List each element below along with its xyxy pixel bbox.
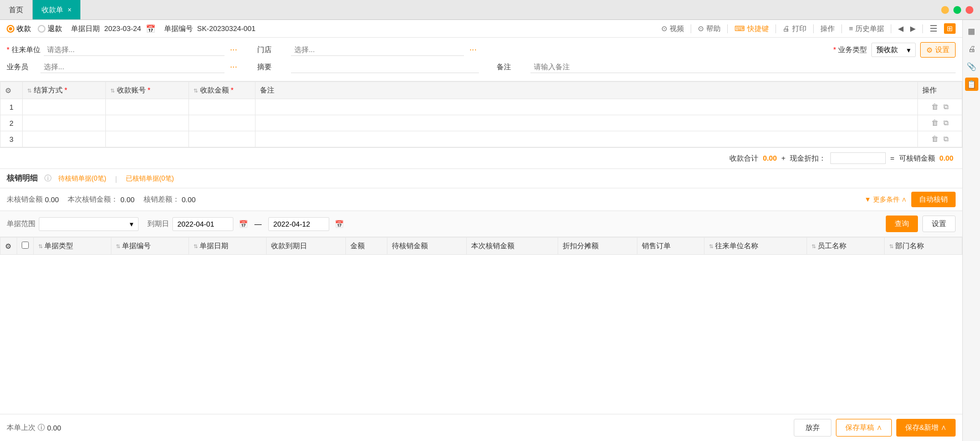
- table-gear-header[interactable]: ⚙: [1, 82, 23, 99]
- calendar-to-icon[interactable]: 📅: [335, 220, 344, 228]
- verify-checkbox-header[interactable]: [17, 238, 34, 255]
- row-note-2[interactable]: [256, 115, 918, 131]
- radio-receipt[interactable]: 收款: [7, 24, 31, 34]
- nav-prev-icon[interactable]: ◀: [898, 24, 904, 33]
- store-field: 门店 ···: [257, 44, 479, 56]
- verify-gear-icon[interactable]: ⚙: [5, 242, 12, 250]
- verify-select-all[interactable]: [22, 242, 29, 249]
- staff-input[interactable]: [40, 61, 224, 73]
- doc-number-group: 单据编号 SK-20230324-001: [164, 24, 256, 34]
- summary-input[interactable]: [291, 61, 479, 73]
- row-action-2: 🗑 ⧉: [918, 115, 962, 131]
- grid-view-icon[interactable]: ⊞: [944, 23, 956, 34]
- doc-date-value[interactable]: 2023-03-24: [104, 24, 141, 33]
- bottom-value: 0.00: [47, 424, 61, 432]
- more-conditions-button[interactable]: ▼ 更多条件 ∧: [864, 195, 907, 204]
- row-settle-3[interactable]: [23, 131, 106, 147]
- verify-gear-header[interactable]: ⚙: [1, 238, 17, 255]
- nav-next-icon[interactable]: ▶: [910, 24, 916, 33]
- table-row: 2 🗑 ⧉: [1, 115, 962, 131]
- unchecked-value: 0.00: [45, 196, 59, 204]
- row-settle-1[interactable]: [23, 99, 106, 115]
- window-minimize-button[interactable]: [941, 6, 949, 14]
- list-view-icon[interactable]: ☰: [930, 23, 937, 34]
- calendar-icon[interactable]: 📅: [146, 24, 155, 33]
- radio-refund-label: 退款: [48, 24, 62, 34]
- divider7: [922, 24, 923, 33]
- verify-pending-tab[interactable]: 待核销单据(0笔): [58, 174, 106, 183]
- verifiable-value: 0.00: [940, 154, 953, 162]
- verify-table-container: ⚙ ⇅ 单据类型 ⇅ 单据编号: [0, 237, 962, 414]
- due-date-field: 到期日 📅 — 📅: [147, 217, 344, 231]
- shortcut-button[interactable]: ⌨ 快捷键: [734, 24, 769, 34]
- operation-button[interactable]: 操作: [820, 24, 835, 34]
- col-action-header: 操作: [918, 82, 962, 99]
- row-copy-icon-2[interactable]: ⧉: [943, 119, 948, 127]
- history-button[interactable]: ≡ 历史单据: [849, 24, 884, 34]
- counterparty-input[interactable]: [44, 44, 224, 56]
- verify-done-tab[interactable]: 已核销单据(0笔): [126, 174, 174, 183]
- verify-info-icon[interactable]: ⓘ: [44, 173, 52, 183]
- row-account-1[interactable]: [106, 99, 189, 115]
- diff-value: 0.00: [182, 196, 196, 204]
- video-icon: ⊙: [661, 24, 667, 33]
- calendar-from-icon[interactable]: 📅: [239, 220, 248, 228]
- verify-actions: ▼ 更多条件 ∧ 自动核销: [864, 192, 956, 207]
- row-delete-icon-1[interactable]: 🗑: [931, 102, 938, 111]
- sidebar-clip-icon[interactable]: 📋: [965, 78, 978, 91]
- remark-input[interactable]: [530, 61, 956, 73]
- row-amount-2[interactable]: [189, 115, 256, 131]
- video-label: 视频: [670, 24, 684, 34]
- row-copy-icon-1[interactable]: ⧉: [943, 102, 948, 111]
- business-type-label: * 业务类型: [833, 45, 867, 55]
- window-close-button[interactable]: [966, 6, 973, 14]
- bottom-info-icon[interactable]: ⓘ: [38, 423, 45, 433]
- tab-active[interactable]: 收款单 ×: [33, 0, 80, 19]
- help-button[interactable]: ⊙ 帮助: [698, 24, 721, 34]
- row-account-2[interactable]: [106, 115, 189, 131]
- sidebar-print-icon[interactable]: 🖨: [965, 42, 978, 55]
- tab-bar: 首页 收款单 ×: [0, 0, 980, 20]
- due-date-from[interactable]: [172, 217, 233, 231]
- print-label: 打印: [792, 24, 807, 34]
- settings-button[interactable]: ⚙ 设置: [920, 42, 956, 58]
- store-more-button[interactable]: ···: [467, 45, 479, 55]
- counterparty-more-button[interactable]: ···: [228, 45, 239, 55]
- settings-label: 设置: [935, 45, 950, 55]
- window-maximize-button[interactable]: [953, 6, 961, 14]
- row-delete-icon-3[interactable]: 🗑: [931, 135, 938, 143]
- discount-input[interactable]: [830, 152, 886, 164]
- doc-range-select[interactable]: ▾: [39, 217, 139, 231]
- save-draft-button[interactable]: 保存草稿 ∧: [836, 419, 892, 437]
- row-amount-1[interactable]: [189, 99, 256, 115]
- verify-section: 核销明细 ⓘ 待核销单据(0笔) | 已核销单据(0笔) 未核销金额 0.00 …: [0, 169, 962, 414]
- sidebar-attach-icon[interactable]: 📎: [965, 60, 978, 73]
- video-button[interactable]: ⊙ 视频: [661, 24, 684, 34]
- col-amount-header: 金额: [345, 238, 387, 255]
- verify-table: ⚙ ⇅ 单据类型 ⇅ 单据编号: [0, 237, 962, 255]
- save-new-button[interactable]: 保存&新增 ∧: [896, 419, 956, 437]
- row-settle-2[interactable]: [23, 115, 106, 131]
- equals-sign: =: [890, 154, 895, 162]
- tab-close-icon[interactable]: ×: [68, 6, 72, 14]
- due-date-to[interactable]: [268, 217, 329, 231]
- print-button[interactable]: 🖨 打印: [783, 24, 807, 34]
- auto-verify-button[interactable]: 自动核销: [911, 192, 956, 207]
- tab-home[interactable]: 首页: [0, 0, 33, 19]
- discard-button[interactable]: 放弃: [794, 419, 831, 437]
- row-account-3[interactable]: [106, 131, 189, 147]
- radio-refund[interactable]: 退款: [38, 24, 62, 34]
- col-date-header: ⇅ 单据日期: [189, 238, 267, 255]
- store-input[interactable]: [291, 44, 464, 56]
- sidebar-grid-icon[interactable]: ▦: [965, 24, 978, 38]
- row-note-3[interactable]: [256, 131, 918, 147]
- business-type-select[interactable]: 预收款 ▾: [871, 43, 916, 57]
- verify-setting-button[interactable]: 设置: [922, 216, 956, 232]
- row-amount-3[interactable]: [189, 131, 256, 147]
- staff-more-button[interactable]: ···: [228, 62, 239, 72]
- row-delete-icon-2[interactable]: 🗑: [931, 119, 938, 127]
- row-note-1[interactable]: [256, 99, 918, 115]
- row-copy-icon-3[interactable]: ⧉: [943, 135, 948, 143]
- table-settings-icon[interactable]: ⚙: [5, 86, 12, 95]
- query-button[interactable]: 查询: [886, 216, 918, 232]
